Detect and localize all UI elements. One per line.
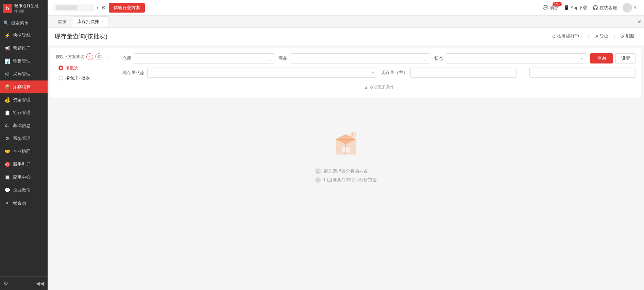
config-scheme-btn[interactable]: ⚙ [95,53,102,60]
sidebar-item-apps[interactable]: 🔲 应用中心 [0,171,48,184]
filter-section-title: 按以下方案查询 + ⚙ « [56,53,111,60]
scheme-warehouse-batch[interactable]: 按仓库+批次 [56,73,111,83]
tip-num-2: 2 [315,177,321,183]
app-download-btn[interactable]: 📱 App下载 [564,5,587,11]
sidebar-item-inventory[interactable]: 📦 库存核算 [0,80,48,93]
purchase-nav-label: 采购管理 [13,71,31,77]
export-icon: ↗ [595,34,598,39]
warehouse-input[interactable]: ... [134,53,274,64]
print-btn[interactable]: 🖨 按模板打印 ▾ [548,32,585,41]
inventory-qty-label: 现存量（主） [381,70,408,76]
trial-button[interactable]: 体验行业方案 [109,3,145,13]
filter-row-1: 仓库 ... 商品 ... [122,53,636,64]
sidebar-item-operations[interactable]: 📋 经营管理 [0,106,48,119]
inventory-status-select[interactable]: ▾ [147,68,377,78]
newbie-nav-icon: 🎯 [4,161,10,167]
tab-close-icon[interactable]: × [101,20,103,24]
home-tab-label: 首页 [58,19,67,25]
sidebar-item-wechat[interactable]: 💬 企业微信 [0,184,48,197]
product-input[interactable]: ... [290,53,430,64]
page-actions: 🖨 按模板打印 ▾ | ↗ 导出 | ↺ 刷新 [548,32,637,41]
dropdown-arrow-icon[interactable]: ▾ [97,5,99,10]
inventory-qty-from[interactable] [410,68,517,78]
topbar-search-box[interactable] [53,4,94,12]
empty-state: ! 1 请先选择要分析的方案 2 用过滤条件来缩小分析范围 [48,100,644,210]
scheme-title-text: 按以下方案查询 [56,54,84,60]
tip-num-1: 1 [315,168,321,174]
add-scheme-btn[interactable]: + [86,53,93,60]
sidebar-item-member[interactable]: ✦ 畅会员 [0,197,48,210]
tab-home[interactable]: 首页 [53,17,71,27]
export-btn[interactable]: ↗ 导出 [592,32,611,41]
inventory-qty-to[interactable] [529,68,636,78]
warehouse-more-icon[interactable]: ... [266,55,271,61]
sidebar-item-finance[interactable]: 💰 资金管理 [0,93,48,106]
sidebar-item-shortcut[interactable]: ⚡ 快捷导航 [0,29,48,42]
marketing-nav-icon: 📢 [4,45,10,51]
sidebar-item-enterprise[interactable]: 🤝 企业协同 [0,145,48,158]
tip-text-1: 请先选择要分析的方案 [324,168,368,174]
headset-icon: 🎧 [593,5,598,10]
online-service-btn[interactable]: 🎧 在线客服 [593,5,617,11]
brand-edition: 标准版 [14,9,39,14]
close-panel-btn[interactable]: ✕ [637,19,641,24]
shortcut-nav-icon: ⚡ [4,32,10,38]
svg-point-5 [350,131,357,138]
filter-scheme-panel: 按以下方案查询 + ⚙ « 按批次 按仓库+批次 [56,53,117,83]
settings-footer-icon[interactable]: ⚙ [3,280,8,287]
product-more-icon[interactable]: ... [422,55,427,61]
topbar-settings-icon[interactable]: ⚙ [101,4,106,11]
scheme-collapse-btn[interactable]: « [105,54,108,59]
scheme-batch-label: 按批次 [65,65,79,71]
sidebar-item-marketing[interactable]: 📢 营销推广 [0,42,48,55]
status-select[interactable]: ▾ [446,53,586,64]
sidebar-nav: ⚡ 快捷导航 📢 营销推广 📊 销售管理 🛒 采购管理 📦 库存核算 💰 资金管… [0,29,48,276]
apps-nav-icon: 🔲 [4,174,10,180]
sidebar-item-newbie[interactable]: 🎯 新手引导 [0,158,48,171]
settings-button[interactable]: 设置 [615,53,636,64]
purchase-nav-icon: 🛒 [4,71,10,77]
filter-top: 按以下方案查询 + ⚙ « 按批次 按仓库+批次 [56,53,636,92]
svg-text:!: ! [352,132,353,137]
page-title: 现存量查询(按批次) [54,32,107,40]
inventory-status-label: 现存量状态 [122,70,145,76]
warehouse-filter-group: 仓库 ... [122,53,274,64]
export-label: 导出 [600,33,609,39]
search-icon: 🔍 [3,20,9,25]
tip-text-2: 用过滤条件来缩小分析范围 [324,177,377,183]
sidebar-item-system[interactable]: ⚙ 系统管理 [0,132,48,145]
product-filter-group: 商品 ... [278,53,430,64]
user-avatar [623,3,632,13]
operations-nav-icon: 📋 [4,110,10,116]
finance-nav-label: 资金管理 [13,97,31,103]
query-button[interactable]: 查询 [590,53,613,64]
scheme-batch[interactable]: 按批次 [56,63,111,73]
user-name: Rit [633,5,639,10]
sidebar: b 畅康通好生意 标准版 🔍 搜索菜单 ⚡ 快捷导航 📢 营销推广 📊 销售管理… [0,0,48,290]
sidebar-item-basic[interactable]: 🗂 基础信息 [0,119,48,132]
messages-btn[interactable]: 💬 消息 99+ [543,5,558,11]
sidebar-search[interactable]: 🔍 搜索菜单 [0,17,48,29]
sidebar-item-sales[interactable]: 📊 销售管理 [0,55,48,68]
topbar-left: ▾ ⚙ 体验行业方案 [53,3,539,13]
user-avatar-area[interactable]: Rit [623,3,639,13]
refresh-icon: ↺ [621,34,624,39]
sidebar-search-label: 搜索菜单 [11,20,29,26]
scheme-inactive-dot [58,76,63,80]
refresh-btn[interactable]: ↺ 刷新 [618,32,637,41]
collapse-sidebar-btn[interactable]: ◀◀ [36,280,44,287]
inventory-nav-icon: 📦 [4,84,10,90]
topbar: ▾ ⚙ 体验行业方案 💬 消息 99+ 📱 App下载 🎧 在线客服 Rit [48,0,644,16]
print-dropdown-icon[interactable]: ▾ [580,34,582,39]
sidebar-item-purchase[interactable]: 🛒 采购管理 [0,68,48,80]
collapse-more-btn[interactable]: ▲ 收起更多条件 [122,82,636,92]
topbar-right: 💬 消息 99+ 📱 App下载 🎧 在线客服 Rit [543,3,639,13]
empty-tips: 1 请先选择要分析的方案 2 用过滤条件来缩小分析范围 [315,168,377,183]
tab-inventory-batch[interactable]: 库存批次账 × [72,16,108,27]
empty-tip-1: 1 请先选择要分析的方案 [315,168,377,174]
scheme-active-dot [58,66,63,70]
message-icon: 💬 [543,5,548,10]
product-label: 商品 [278,55,287,61]
status-label: 状态 [434,55,443,61]
sales-nav-label: 销售管理 [13,58,31,64]
